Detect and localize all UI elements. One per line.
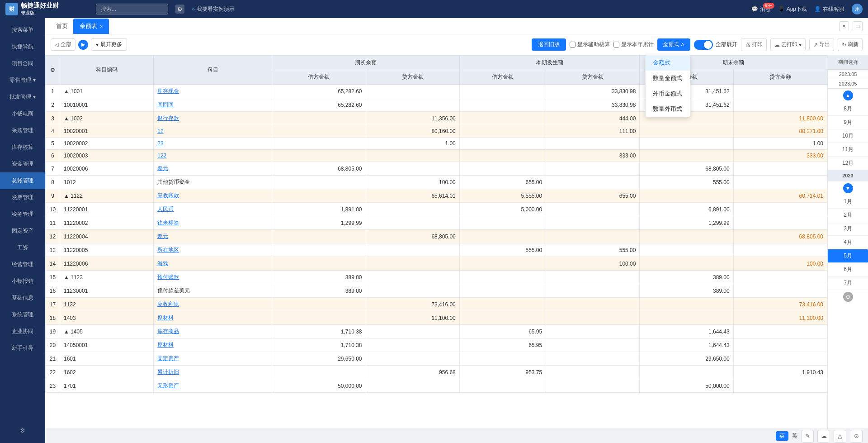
sidebar-item-purchase[interactable]: 采购管理	[0, 122, 45, 139]
month-6[interactable]: 6月	[828, 263, 868, 276]
dropdown-item-forex-amount[interactable]: 外币金额式	[646, 86, 690, 101]
month-7[interactable]: 7月	[828, 276, 868, 290]
bottom-cloud-btn[interactable]: ☁	[817, 430, 830, 443]
settings-icon[interactable]: ⚙	[175, 5, 184, 14]
row-name[interactable]: 原材料	[154, 338, 272, 352]
row-name[interactable]: 库存商品	[154, 325, 272, 338]
message-btn[interactable]: 💬 消息 99+	[751, 5, 771, 13]
row-name[interactable]: 所在地区	[154, 243, 272, 257]
sidebar-item-expense[interactable]: 小畅报销	[0, 273, 45, 290]
row-name[interactable]: 应收账款	[154, 189, 272, 203]
sidebar-item-cooperation[interactable]: 企业协同	[0, 323, 45, 340]
sidebar-item-wholesale[interactable]: 批发管理 ▾	[0, 89, 45, 105]
sidebar-item-invoice[interactable]: 发票管理	[0, 189, 45, 206]
sidebar-item-assets[interactable]: 固定资产	[0, 223, 45, 239]
demo-link[interactable]: ○ 我要看实例演示	[192, 5, 235, 13]
row-name[interactable]: 累计折旧	[154, 366, 272, 379]
breadcrumb-forward-btn[interactable]: ▶	[78, 40, 88, 50]
sidebar-settings-btn[interactable]: ⚙	[18, 423, 27, 438]
month-collapse-btn[interactable]: ⊙	[843, 292, 853, 302]
online-service-btn[interactable]: 👤 在线客服	[814, 5, 844, 13]
row-name[interactable]: 原材料	[154, 311, 272, 325]
sidebar-item-ledger[interactable]: 总账管理	[0, 172, 45, 189]
lang-btn[interactable]: 英	[776, 431, 788, 441]
table-right-wrapper: ⚙ 科目编码 科目 期初余额 本期发生额 期末余额 借方金额 贷方金额 借方金额…	[45, 55, 868, 429]
row-name[interactable]: 游戏	[154, 257, 272, 271]
row-name[interactable]: 预付款差美元	[154, 284, 272, 298]
mode-dropdown-btn[interactable]: 金额式 ∧	[657, 38, 690, 51]
month-10[interactable]: 10月	[828, 129, 868, 143]
cloud-print-btn[interactable]: ☁ 云打印 ▾	[770, 38, 806, 51]
sidebar-item-mgmt[interactable]: 经营管理	[0, 256, 45, 273]
sidebar-item-search[interactable]: 搜索菜单	[0, 22, 45, 38]
row-name[interactable]: 无形资产	[154, 379, 272, 393]
month-up-btn[interactable]: ▲	[843, 91, 853, 100]
month-5[interactable]: 5月	[828, 249, 868, 263]
refresh-btn[interactable]: ↻ 刷新	[838, 38, 863, 51]
breadcrumb-all-btn[interactable]: ◁ 全部	[51, 38, 75, 51]
tab-balance[interactable]: 余额表 ×	[73, 19, 109, 34]
sidebar-item-retail[interactable]: 零售管理 ▾	[0, 72, 45, 89]
month-9[interactable]: 9月	[828, 116, 868, 129]
month-4[interactable]: 4月	[828, 236, 868, 249]
expand-toggle[interactable]	[694, 40, 713, 50]
month-11[interactable]: 11月	[828, 143, 868, 157]
sidebar-item-payroll[interactable]: 工资	[0, 239, 45, 256]
cb-credit: 68,805.00	[733, 230, 827, 243]
sidebar-item-system[interactable]: 系统管理	[0, 306, 45, 323]
app-download-btn[interactable]: 📱 App下载	[778, 5, 807, 13]
dropdown-item-qty-forex[interactable]: 数量外币式	[646, 101, 690, 117]
show-auxiliary-checkbox[interactable]: 显示辅助核算	[570, 41, 610, 48]
sidebar-item-tax[interactable]: 税务管理	[0, 206, 45, 223]
row-name[interactable]: 人民币	[154, 203, 272, 216]
dropdown-item-amount[interactable]: 金额式	[646, 55, 690, 71]
row-name[interactable]: 其他货币资金	[154, 176, 272, 189]
row-name[interactable]: 差元	[154, 162, 272, 176]
print-btn[interactable]: 🖨 打印	[741, 38, 767, 51]
tab-home[interactable]: 首页	[51, 19, 73, 34]
col-settings-header[interactable]: ⚙	[46, 56, 60, 85]
sidebar-item-base[interactable]: 基础信息	[0, 290, 45, 306]
sidebar-item-ecommerce[interactable]: 小畅电商	[0, 105, 45, 122]
row-name[interactable]: 122	[154, 150, 272, 162]
row-name[interactable]: 差元	[154, 230, 272, 243]
user-btn[interactable]: 用	[852, 4, 863, 14]
export-btn[interactable]: ↗ 导出	[809, 38, 834, 51]
sidebar-item-project[interactable]: 项目合同	[0, 55, 45, 72]
mode-dropdown-menu: 金额式 数量金额式 外币金额式 数量外币式	[645, 55, 690, 117]
month-1[interactable]: 1月	[828, 195, 868, 209]
dropdown-item-qty-amount[interactable]: 数量金额式	[646, 71, 690, 86]
month-12[interactable]: 12月	[828, 157, 868, 170]
month-down-blue-btn[interactable]: ▼	[843, 183, 853, 193]
sidebar-item-nav[interactable]: 快捷导航	[0, 38, 45, 55]
tab-restore-btn[interactable]: ×	[839, 21, 849, 31]
row-name[interactable]: 库存现金	[154, 85, 272, 98]
month-3[interactable]: 3月	[828, 222, 868, 236]
row-name[interactable]: 23	[154, 138, 272, 150]
row-name[interactable]: 银行存款	[154, 112, 272, 125]
tab-minimize-btn[interactable]: □	[853, 21, 863, 31]
col-code-header: 科目编码	[60, 56, 154, 85]
sidebar-item-inventory[interactable]: 库存核算	[0, 139, 45, 156]
row-name[interactable]: 应收利息	[154, 298, 272, 311]
row-name[interactable]: 固定资产	[154, 352, 272, 366]
year-2023-label: 2023	[828, 170, 868, 181]
cb-debit: 6,891.00	[640, 203, 733, 216]
sidebar-item-guide[interactable]: 新手引导	[0, 340, 45, 357]
month-2[interactable]: 2月	[828, 209, 868, 222]
bottom-upload-btn[interactable]: △	[834, 430, 846, 443]
bottom-wifi-btn[interactable]: ⊙	[850, 430, 863, 443]
tab-close-btn[interactable]: ×	[100, 24, 103, 29]
back-old-version-btn[interactable]: 退回旧版	[532, 38, 566, 51]
show-ytd-checkbox[interactable]: 显示本年累计	[613, 41, 654, 48]
row-name[interactable]: 回回回	[154, 98, 272, 112]
month-8[interactable]: 8月	[828, 102, 868, 116]
sidebar-item-finance[interactable]: 资金管理	[0, 156, 45, 172]
row-name[interactable]: 12	[154, 125, 272, 138]
row-name[interactable]: 往来标签	[154, 216, 272, 230]
bottom-edit-btn[interactable]: ✎	[801, 430, 814, 443]
row-name[interactable]: 预付账款	[154, 271, 272, 284]
search-input[interactable]	[96, 4, 168, 14]
expand-btn[interactable]: ▾ 展开更多	[91, 38, 127, 51]
table-wrapper: ⚙ 科目编码 科目 期初余额 本期发生额 期末余额 借方金额 贷方金额 借方金额…	[45, 55, 827, 429]
